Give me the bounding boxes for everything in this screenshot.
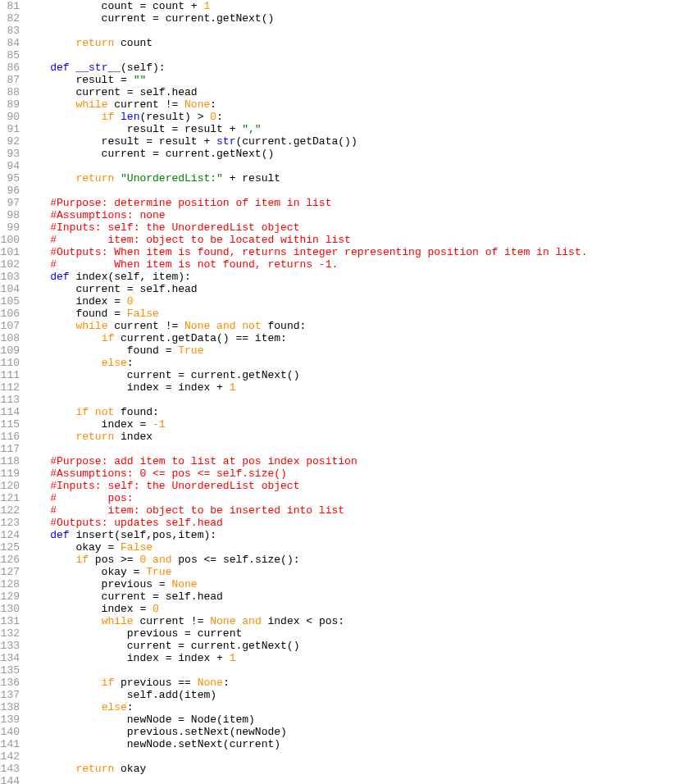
code-line[interactable]: #Outputs: updates self.head (25, 517, 674, 529)
code-line[interactable]: def __str__(self): (25, 62, 674, 74)
line-number: 110 (0, 357, 20, 369)
line-number: 125 (0, 541, 20, 554)
code-line[interactable]: if previous == None: (25, 677, 674, 689)
code-editor[interactable]: 8182838485868788899091929394959697989910… (0, 0, 674, 784)
code-line[interactable]: return "UnorderedList:" + result (25, 172, 674, 185)
code-content[interactable]: count = count + 1 current = current.getN… (25, 0, 674, 784)
line-number: 134 (0, 652, 20, 664)
code-line[interactable]: index = index + 1 (25, 381, 674, 394)
code-line[interactable]: #Inputs: self: the UnorderedList object (25, 221, 674, 234)
code-line[interactable]: # When item is not found, returns -1. (25, 258, 674, 271)
code-line[interactable]: while current != None and index < pos: (25, 615, 674, 627)
code-line[interactable]: #Purpose: add item to list at pos index … (25, 455, 674, 467)
code-line[interactable]: #Assumptions: none (25, 209, 674, 221)
line-number: 115 (0, 418, 20, 431)
code-line[interactable]: current = current.getNext() (25, 148, 674, 160)
code-line[interactable]: current = current.getNext() (25, 640, 674, 652)
code-line[interactable]: #Purpose: determine position of item in … (25, 197, 674, 209)
line-number: 102 (0, 258, 20, 271)
code-line[interactable]: #Assumptions: 0 <= pos <= self.size() (25, 467, 674, 480)
line-number: 97 (0, 197, 20, 209)
code-line[interactable] (25, 394, 674, 406)
code-line[interactable]: found = True (25, 344, 674, 357)
code-line[interactable] (25, 25, 674, 37)
code-line[interactable]: okay = True (25, 566, 674, 578)
code-line[interactable]: if pos >= 0 and pos <= self.size(): (25, 554, 674, 566)
code-line[interactable]: newNode = Node(item) (25, 713, 674, 726)
code-line[interactable]: count = count + 1 (25, 0, 674, 12)
code-line[interactable]: if len(result) > 0: (25, 111, 674, 123)
line-number: 108 (0, 332, 20, 344)
code-line[interactable]: okay = False (25, 541, 674, 554)
line-number: 120 (0, 480, 20, 492)
code-line[interactable]: current = self.head (25, 283, 674, 295)
line-number: 137 (0, 689, 20, 701)
line-number: 88 (0, 86, 20, 98)
code-line[interactable]: # item: object to be located within list (25, 234, 674, 246)
code-line[interactable]: while current != None and not found: (25, 320, 674, 332)
line-number: 142 (0, 750, 20, 763)
line-number: 104 (0, 283, 20, 295)
line-number: 139 (0, 713, 20, 726)
line-number: 92 (0, 135, 20, 148)
code-line[interactable]: found = False (25, 308, 674, 320)
code-line[interactable]: return count (25, 37, 674, 49)
code-line[interactable]: previous = None (25, 578, 674, 590)
line-number: 82 (0, 12, 20, 25)
code-line[interactable]: else: (25, 701, 674, 713)
line-number: 143 (0, 763, 20, 775)
line-number: 129 (0, 590, 20, 603)
code-line[interactable]: # item: object to be inserted into list (25, 504, 674, 517)
line-number: 130 (0, 603, 20, 615)
code-line[interactable]: index = index + 1 (25, 652, 674, 664)
line-number: 141 (0, 738, 20, 750)
line-number: 121 (0, 492, 20, 504)
code-line[interactable]: result = result + "," (25, 123, 674, 135)
code-line[interactable]: def insert(self,pos,item): (25, 529, 674, 541)
code-line[interactable]: return index (25, 431, 674, 443)
code-line[interactable]: current = current.getNext() (25, 12, 674, 25)
line-number: 136 (0, 677, 20, 689)
code-line[interactable]: if current.getData() == item: (25, 332, 674, 344)
line-number: 124 (0, 529, 20, 541)
code-line[interactable]: current = current.getNext() (25, 369, 674, 381)
code-line[interactable]: previous = current (25, 627, 674, 640)
code-line[interactable]: index = -1 (25, 418, 674, 431)
code-line[interactable]: def index(self, item): (25, 271, 674, 283)
line-number: 85 (0, 49, 20, 62)
code-line[interactable] (25, 185, 674, 197)
code-line[interactable]: result = "" (25, 74, 674, 86)
line-number: 94 (0, 160, 20, 172)
line-number: 112 (0, 381, 20, 394)
code-line[interactable]: previous.setNext(newNode) (25, 726, 674, 738)
code-line[interactable]: current = self.head (25, 86, 674, 98)
code-line[interactable]: while current != None: (25, 98, 674, 111)
code-line[interactable] (25, 750, 674, 763)
line-number: 135 (0, 664, 20, 677)
line-number: 118 (0, 455, 20, 467)
code-line[interactable]: else: (25, 357, 674, 369)
line-number: 93 (0, 148, 20, 160)
code-line[interactable] (25, 775, 674, 784)
code-line[interactable]: current = self.head (25, 590, 674, 603)
code-line[interactable]: index = 0 (25, 295, 674, 308)
code-line[interactable]: if not found: (25, 406, 674, 418)
line-number: 126 (0, 554, 20, 566)
code-line[interactable]: self.add(item) (25, 689, 674, 701)
line-number: 100 (0, 234, 20, 246)
code-line[interactable] (25, 664, 674, 677)
code-line[interactable]: #Inputs: self: the UnorderedList object (25, 480, 674, 492)
code-line[interactable]: return okay (25, 763, 674, 775)
code-line[interactable]: index = 0 (25, 603, 674, 615)
line-number: 98 (0, 209, 20, 221)
line-number: 107 (0, 320, 20, 332)
code-line[interactable]: #Outputs: When item is found, returns in… (25, 246, 674, 258)
code-line[interactable]: # pos: (25, 492, 674, 504)
code-line[interactable]: result = result + str(current.getData()) (25, 135, 674, 148)
line-number: 114 (0, 406, 20, 418)
line-number: 105 (0, 295, 20, 308)
code-line[interactable] (25, 443, 674, 455)
code-line[interactable]: newNode.setNext(current) (25, 738, 674, 750)
code-line[interactable] (25, 49, 674, 62)
code-line[interactable] (25, 160, 674, 172)
